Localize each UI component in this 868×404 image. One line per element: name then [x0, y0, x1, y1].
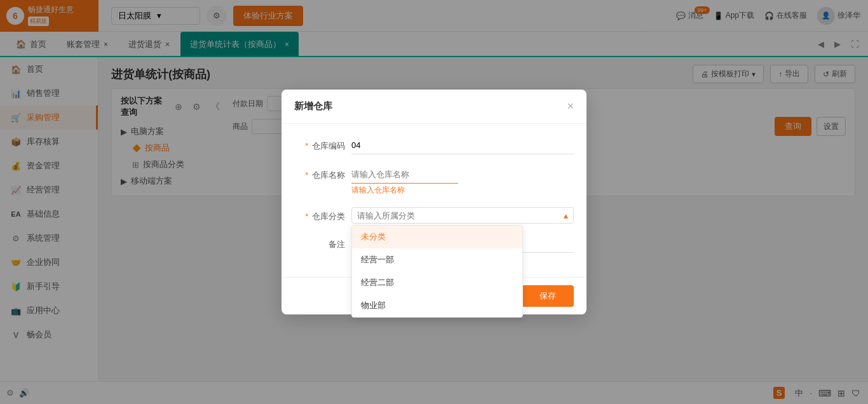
category-label: * 仓库分类	[294, 207, 345, 222]
new-warehouse-modal: 新增仓库 × * 仓库编码 * 仓库名称 请输入仓库名称	[281, 90, 587, 314]
dropdown-item-3[interactable]: 物业部	[352, 294, 522, 317]
dropdown-item-1[interactable]: 经营一部	[352, 248, 522, 271]
modal-close-btn[interactable]: ×	[567, 100, 574, 113]
warehouse-code-input[interactable]	[351, 137, 574, 154]
dropdown-item-0[interactable]: 未分类	[352, 226, 522, 248]
warehouse-name-input[interactable]	[351, 166, 458, 184]
dropdown-item-2[interactable]: 经营二部	[352, 271, 522, 294]
modal-title: 新增仓库	[294, 100, 332, 112]
warehouse-code-row: * 仓库编码	[294, 137, 574, 154]
warehouse-category-row: * 仓库分类 未分类 经营一部 经营二部 物业部	[294, 207, 574, 224]
category-input[interactable]	[357, 211, 564, 220]
name-error-msg: 请输入仓库名称	[351, 185, 574, 196]
code-label: * 仓库编码	[294, 137, 345, 152]
modal-body: * 仓库编码 * 仓库名称 请输入仓库名称 *	[281, 124, 587, 277]
modal-header: 新增仓库 ×	[281, 90, 587, 124]
name-label: * 仓库名称	[294, 166, 345, 181]
category-input-wrap	[351, 207, 574, 224]
save-button[interactable]: 保存	[522, 285, 574, 307]
modal-overlay[interactable]: 新增仓库 × * 仓库编码 * 仓库名称 请输入仓库名称	[0, 0, 868, 404]
category-toggle-icon[interactable]	[564, 210, 568, 220]
warehouse-name-row: * 仓库名称 请输入仓库名称	[294, 166, 574, 196]
note-label: 备注	[294, 235, 345, 250]
category-dropdown: 未分类 经营一部 经营二部 物业部	[351, 225, 523, 318]
